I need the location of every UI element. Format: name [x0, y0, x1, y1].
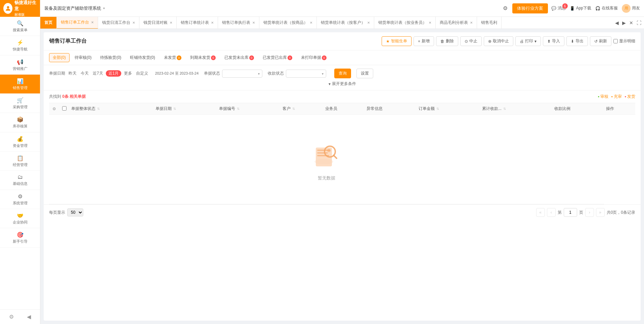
col-received: 累计收款... ⇅ — [480, 103, 552, 115]
search-filters: 单据日期 昨天 今天 近7天 近1月 更多 自定义 2023-02-24 至 2… — [44, 65, 641, 90]
deliver-action-button[interactable]: 发货 — [625, 94, 635, 99]
date-more[interactable]: 更多 — [123, 70, 133, 77]
user-menu[interactable]: 用 用友 — [622, 4, 640, 13]
add-button[interactable]: + 新增 — [414, 36, 434, 46]
suspend-button[interactable]: ⊙ 中止 — [460, 36, 482, 46]
tab-maximize-button[interactable]: ⛶ — [635, 19, 643, 26]
filter-tab-pending-review[interactable]: 待审核(0) — [71, 53, 95, 62]
tab-gross-margin[interactable]: 商品毛利分析表 ✕ — [436, 17, 477, 29]
sidebar-item-basic[interactable]: 🗂 基础信息 — [0, 171, 40, 190]
smart-create-button[interactable]: ★ 智能生单 — [382, 36, 412, 46]
filter-tab-not-shipped[interactable]: 未发货0 — [160, 53, 185, 62]
review-action-button[interactable]: 审核 — [598, 94, 608, 99]
settings-button[interactable]: ⚙ — [8, 312, 15, 321]
payment-select[interactable] — [286, 70, 326, 78]
tab-sales-stats[interactable]: 销售订单统计表 ✕ — [177, 17, 218, 29]
status-select[interactable] — [222, 70, 262, 78]
print-button[interactable]: 🖨 打印 ▾ — [515, 36, 541, 46]
tab-sales-summary-customer[interactable]: 销货单统计表（按客户） ✕ — [317, 17, 374, 29]
sidebar-item-sales[interactable]: 📊 销售管理 — [0, 75, 40, 94]
data-table: ⚙ 单据整体状态 ⇅ 单据日期 ⇅ — [49, 103, 635, 204]
tab-close-icon[interactable]: ✕ — [470, 21, 473, 25]
tab-close-icon[interactable]: ✕ — [132, 21, 135, 25]
column-settings-icon[interactable]: ⚙ — [52, 107, 56, 111]
tab-close-icon[interactable]: ✕ — [170, 21, 172, 25]
svg-point-0 — [7, 6, 9, 8]
tab-close-icon[interactable]: ✕ — [429, 21, 431, 25]
tab-close-icon[interactable]: ✕ — [91, 21, 94, 24]
experience-button[interactable]: 体验行业方案 — [512, 3, 548, 13]
date-custom[interactable]: 自定义 — [135, 70, 149, 77]
cancel-suspend-button[interactable]: ⊗ 取消中止 — [484, 36, 513, 46]
query-button[interactable]: 查询 — [334, 69, 351, 78]
tab-sales-workbench[interactable]: 销售订单工作台 ✕ — [57, 17, 98, 29]
sort-icon[interactable]: ⇅ — [97, 107, 100, 111]
sort-icon[interactable]: ⇅ — [173, 107, 176, 111]
sidebar-item-purchase[interactable]: 🛒 采购管理 — [0, 94, 40, 113]
first-page-button[interactable]: « — [536, 208, 545, 217]
export-button[interactable]: ⬇ 导出 — [566, 36, 588, 46]
date-yesterday[interactable]: 昨天 — [67, 70, 78, 77]
select-all-checkbox[interactable] — [62, 106, 67, 111]
show-detail-toggle[interactable]: 显示明细 — [613, 38, 635, 44]
filter-tab-all[interactable]: 全部(0) — [49, 53, 70, 62]
import-button[interactable]: ⬆ 导入 — [543, 36, 564, 46]
tab-close-icon[interactable]: ✕ — [310, 21, 312, 25]
filter-tab-pending-inspect[interactable]: 待拣验货(0) — [96, 53, 125, 62]
page-number-input[interactable] — [564, 208, 577, 217]
tab-prev-button[interactable]: ◀ — [614, 19, 620, 26]
tab-cash-daily[interactable]: 钱货日清工作台 ✕ — [98, 17, 139, 29]
tab-close-icon[interactable]: ✕ — [367, 21, 370, 25]
sidebar-item-search[interactable]: 🔍 搜索菜单 — [0, 17, 40, 36]
sidebar-item-finance[interactable]: 💰 资金管理 — [0, 132, 40, 152]
tab-close-icon[interactable]: ✕ — [211, 21, 214, 25]
filter-tab-shipped-not-in[interactable]: 已发货未出库0 — [221, 53, 258, 62]
tab-home[interactable]: 首页 — [40, 17, 57, 29]
tab-close-icon[interactable]: ✕ — [252, 21, 255, 25]
sidebar-item-system[interactable]: ⚙ 系统管理 — [0, 190, 40, 209]
sort-icon[interactable]: ⇅ — [237, 107, 240, 111]
refresh-button[interactable]: ↺ 刷新 — [590, 36, 611, 46]
tab-cash-reconcile[interactable]: 钱货日清对账 ✕ — [139, 17, 177, 29]
filter-tab-shipped-out[interactable]: 已发货已出库0 — [259, 53, 296, 62]
col-status: 单据整体状态 ⇅ — [69, 103, 154, 115]
cancel-review-action-button[interactable]: 充审 — [611, 94, 622, 99]
collapse-button[interactable]: ◀ — [26, 312, 32, 321]
tab-sales-summary-product[interactable]: 销货单统计表（按商品） ✕ — [259, 17, 317, 29]
sidebar-item-enterprise[interactable]: 🤝 企业协同 — [0, 209, 40, 228]
tab-sales-exec[interactable]: 销售订单执行表 ✕ — [218, 17, 259, 29]
online-service-button[interactable]: 🎧 在线客服 — [595, 5, 618, 11]
sort-icon[interactable]: ⇅ — [503, 107, 506, 111]
sidebar-item-quick-nav[interactable]: ⚡ 快捷导航 — [0, 36, 40, 55]
message-button[interactable]: 💬 消息 6 — [551, 5, 566, 11]
sidebar-item-guide[interactable]: 🎯 新手引导 — [0, 228, 40, 247]
last-page-button[interactable]: » — [596, 208, 605, 217]
tab-sales-gain[interactable]: 销售毛利 — [477, 17, 502, 29]
show-detail-checkbox[interactable] — [613, 39, 618, 43]
tab-sales-summary-staff[interactable]: 销货单统计表（按业务员） ✕ — [374, 17, 436, 29]
tab-close-all-button[interactable]: ✕ — [628, 19, 635, 26]
filter-settings-button[interactable]: 设置 — [356, 69, 373, 78]
delete-button[interactable]: 🗑 删除 — [436, 36, 458, 46]
next-page-button[interactable]: › — [585, 208, 594, 217]
col-checkbox-header — [59, 103, 69, 115]
filter-tab-wangpu[interactable]: 旺铺待发货(0) — [126, 53, 159, 62]
tab-next-button[interactable]: ▶ — [621, 19, 627, 26]
app-download-button[interactable]: 📱 App下载 — [570, 5, 591, 11]
prev-page-button[interactable]: ‹ — [547, 208, 556, 217]
sidebar-item-operation[interactable]: 📋 经营管理 — [0, 152, 40, 171]
page-size-select[interactable]: 50 — [67, 208, 83, 216]
filter-tab-not-printed[interactable]: 未打印单据0 — [297, 53, 330, 62]
col-abnormal: 异常信息 — [364, 103, 417, 115]
date-7days[interactable]: 近7天 — [91, 70, 104, 77]
date-today[interactable]: 今天 — [79, 70, 90, 77]
topbar-settings-button[interactable]: ⚙ — [502, 4, 509, 13]
date-1month[interactable]: 近1月 — [106, 70, 122, 77]
expand-more-button[interactable]: ▾ 展开更多条件 — [49, 81, 635, 87]
filter-tab-expired[interactable]: 到期未发货0 — [186, 53, 219, 62]
sidebar-item-inventory[interactable]: 📦 库存核算 — [0, 113, 40, 132]
sidebar-item-marketing[interactable]: 📢 营销推广 — [0, 55, 40, 75]
sort-icon[interactable]: ⇅ — [292, 107, 295, 111]
sort-icon[interactable]: ⇅ — [436, 107, 439, 111]
filter-tabs: 全部(0) 待审核(0) 待拣验货(0) 旺铺待发货(0) 未发货0 到期未发货… — [44, 50, 641, 65]
